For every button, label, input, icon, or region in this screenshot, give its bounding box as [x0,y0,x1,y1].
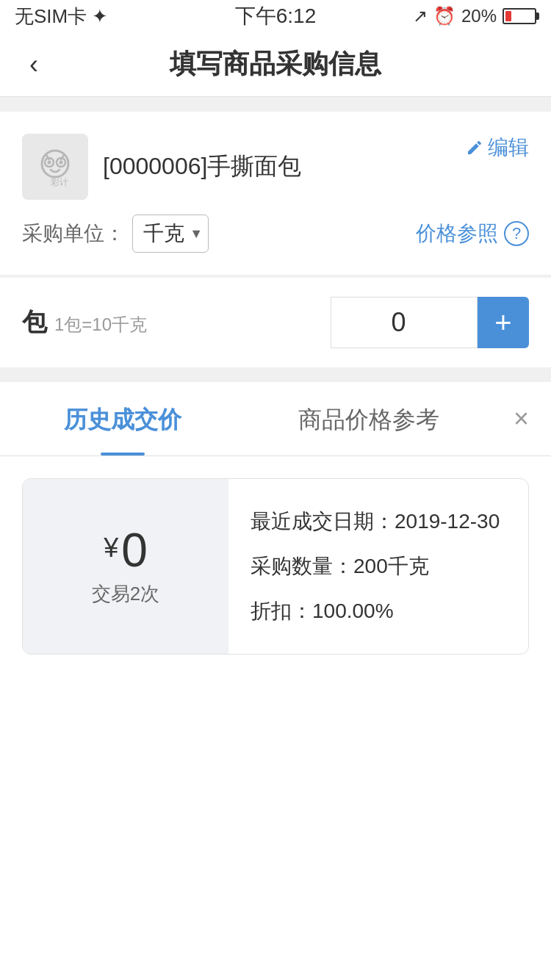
history-left-panel: ¥ 0 交易2次 [23,479,228,654]
svg-point-3 [48,161,51,165]
bottom-space [0,677,551,980]
product-name: [0000006]手撕面包 [103,151,301,183]
quantity-controls: + [331,297,529,348]
quantity-plus-button[interactable]: + [478,297,529,348]
page-title: 填写商品采购信息 [170,46,381,82]
discount-row: 折扣：100.00% [251,595,506,628]
status-time: 下午6:12 [235,2,317,30]
svg-point-4 [60,161,63,165]
back-button[interactable]: ‹ [22,42,46,87]
tab-product-price[interactable]: 商品价格参考 [245,382,491,455]
battery-indicator [503,8,536,24]
svg-text:彩计: 彩计 [51,177,68,187]
price-ref-button[interactable]: 价格参照 ? [416,220,529,248]
tabs-header: 历史成交价 商品价格参考 × [0,382,551,456]
quantity-label-detail: 采购数量： [251,555,353,577]
edit-button[interactable]: 编辑 [466,134,529,162]
product-unit-row: 采购单位： 千克 价格参照 ? [22,215,529,253]
product-thumbnail: 彩计 [22,134,88,200]
latest-date-value: 2019-12-30 [395,510,500,533]
quantity-conversion: 1包=10千克 [54,313,147,336]
trades-count: 交易2次 [92,581,159,607]
price-ref-label: 价格参照 [416,220,498,248]
status-right: ↗ ⏰ 20% [413,6,536,26]
alarm-icon: ⏰ [433,6,455,26]
discount-label: 折扣： [251,599,312,622]
price-value: 0 [121,527,148,574]
quantity-row: 包 1包=10千克 + [0,278,551,367]
tabs-close-button[interactable]: × [491,389,551,449]
unit-label: 采购单位： [22,220,125,248]
quantity-row-detail: 采购数量：200千克 [251,550,506,583]
history-right-panel: 最近成交日期：2019-12-30 采购数量：200千克 折扣：100.00% [228,479,528,654]
discount-value: 100.00% [312,599,394,622]
quantity-value: 200千克 [353,555,429,577]
latest-date-label: 最近成交日期： [251,510,395,533]
tabs-container: 历史成交价 商品价格参考 × ¥ 0 交易2次 最近成交日期：2019-12-3… [0,382,551,677]
edit-icon [466,139,483,156]
history-price-display: ¥ 0 [104,527,148,574]
carrier-text: 无SIM卡 ✦ [15,4,108,29]
quantity-unit: 包 [22,306,47,339]
status-bar: 无SIM卡 ✦ 下午6:12 ↗ ⏰ 20% [0,0,551,32]
quantity-input[interactable] [331,297,478,348]
edit-label: 编辑 [488,134,529,162]
product-card: 彩计 [0000006]手撕面包 编辑 采购单位： 千克 价格参照 ? [0,112,551,275]
unit-select-wrapper[interactable]: 千克 [132,215,209,253]
battery-pct: 20% [461,6,497,26]
history-price-card: ¥ 0 交易2次 最近成交日期：2019-12-30 采购数量：200千克 折扣… [22,478,529,655]
currency-symbol: ¥ [104,533,118,563]
nav-bar: ‹ 填写商品采购信息 [0,32,551,97]
product-header: 彩计 [0000006]手撕面包 编辑 [22,134,529,200]
location-icon: ↗ [413,6,428,26]
product-left: 彩计 [0000006]手撕面包 [22,134,301,200]
latest-date-row: 最近成交日期：2019-12-30 [251,505,506,538]
product-thumb-icon: 彩计 [33,145,77,189]
quantity-label: 包 1包=10千克 [22,306,147,339]
tab-history-price[interactable]: 历史成交价 [0,382,245,455]
tab-content-history: ¥ 0 交易2次 最近成交日期：2019-12-30 采购数量：200千克 折扣… [0,456,551,677]
help-icon: ? [504,221,529,246]
status-left: 无SIM卡 ✦ [15,4,108,29]
unit-select[interactable]: 千克 [132,215,209,253]
